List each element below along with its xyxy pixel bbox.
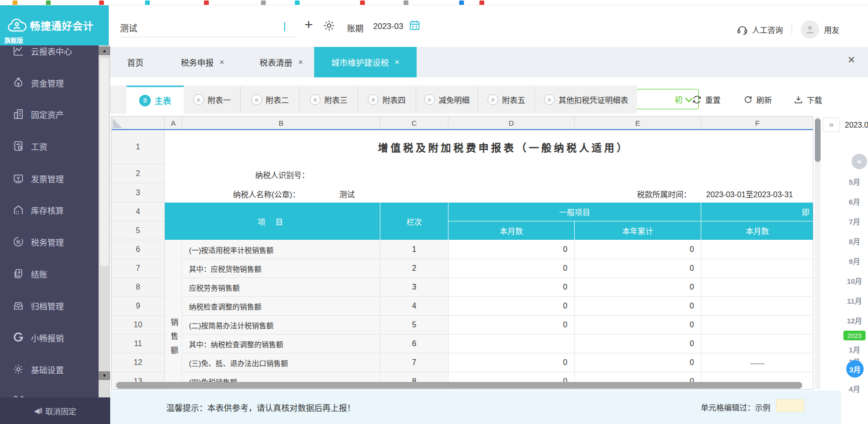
clipped-period-label[interactable]: 2023.03 <box>845 118 868 132</box>
tab-label[interactable]: 城市维护建设税 <box>332 56 389 68</box>
month-item-selected[interactable]: 3月 <box>846 360 864 378</box>
month-item[interactable]: 8月 <box>841 236 868 246</box>
year-value-cell[interactable]: 0 <box>575 316 701 335</box>
sidebar-item-label[interactable]: 税务管理 <box>31 236 64 248</box>
sidebar-item-invoices[interactable]: 发票管理 <box>0 167 99 190</box>
subtab-label[interactable]: 主表 <box>155 94 171 106</box>
subtab-appendix-2[interactable]: ≣ 附表二 <box>241 86 300 114</box>
refund-value-cell[interactable]: —— <box>701 353 813 372</box>
tab-tax-declaration[interactable]: 税务申报 × <box>167 47 238 77</box>
sidebar-item-closing[interactable]: 结账 <box>0 263 99 285</box>
collapse-circle-icon[interactable]: « <box>852 154 867 169</box>
sidebar-item-fixed-assets[interactable]: 固定资产 <box>0 103 99 125</box>
subtab-label[interactable]: 附表五 <box>502 94 525 105</box>
month-item[interactable]: 1月 <box>841 344 868 354</box>
refund-value-cell[interactable] <box>701 259 813 278</box>
sidebar-item-archive[interactable]: 归档管理 <box>0 294 99 317</box>
column-letter[interactable]: D <box>448 117 575 129</box>
subtab-label[interactable]: 附表四 <box>382 94 405 105</box>
sidebar-scrollbar-thumb[interactable] <box>100 58 109 266</box>
month-value-cell[interactable]: 0 <box>448 259 575 278</box>
month-value-cell[interactable] <box>448 335 575 353</box>
refresh-button[interactable]: 刷新 <box>743 92 772 107</box>
add-account-button[interactable]: + <box>304 16 313 33</box>
sidebar-item-label[interactable]: 发票管理 <box>31 173 64 185</box>
horizontal-scrollbar[interactable] <box>116 382 802 389</box>
clipped-green-button-label[interactable]: 初 <box>675 93 682 105</box>
sidebar-item-cloud-reports[interactable]: 云报表中心 <box>0 40 99 62</box>
sidebar-item-funds[interactable]: 资金管理 <box>0 72 99 94</box>
tab-label[interactable]: 税表清册 <box>260 56 292 68</box>
subtab-main-form[interactable]: ≣ 主表 <box>127 86 184 114</box>
tab-close-icon[interactable]: × <box>395 58 400 67</box>
sidebar-item-label[interactable]: 云报表中心 <box>31 45 72 57</box>
settings-gear-icon[interactable] <box>323 19 335 32</box>
download-label[interactable]: 下载 <box>807 94 822 105</box>
sidebar-item-label[interactable]: 资金管理 <box>31 77 64 89</box>
sidebar-item-settings[interactable]: 基础设置 <box>0 358 99 380</box>
subtab-label[interactable]: 附表一 <box>208 94 231 105</box>
vertical-scrollbar-thumb[interactable] <box>815 118 821 162</box>
scroll-down-arrow-icon[interactable]: ▼ <box>99 371 110 380</box>
tab-close-icon[interactable]: × <box>219 58 224 67</box>
column-letter[interactable]: A <box>165 117 182 129</box>
calendar-icon[interactable] <box>409 19 420 31</box>
year-value-cell[interactable]: 0 <box>575 297 701 316</box>
sidebar-item-tax[interactable]: 税 税务管理 <box>0 231 99 253</box>
download-button[interactable]: 下载 <box>794 92 822 107</box>
month-value-cell[interactable]: 0 <box>448 278 575 297</box>
month-item[interactable]: 4月 <box>841 383 868 394</box>
subtab-appendix-5[interactable]: ≣ 附表五 <box>478 86 535 114</box>
year-value-cell[interactable]: 0 <box>575 240 701 259</box>
sidebar-item-label[interactable]: 基础设置 <box>31 364 64 376</box>
refund-value-cell[interactable] <box>701 316 813 335</box>
refund-value-cell[interactable] <box>701 297 813 316</box>
reset-label[interactable]: 重置 <box>705 94 721 105</box>
select-all-corner[interactable] <box>112 117 165 129</box>
reset-button[interactable]: 重置 <box>692 92 721 107</box>
refund-value-cell[interactable] <box>701 335 813 353</box>
subtab-reduction-detail[interactable]: ≣ 减免明细 <box>416 86 478 114</box>
taxpayer-name-value[interactable]: 测试 <box>339 188 355 200</box>
year-value-cell[interactable]: 0 <box>575 335 701 353</box>
support-link[interactable]: 人工咨询 <box>752 24 783 35</box>
month-item[interactable]: 5月 <box>841 176 868 187</box>
sidebar-item-inventory[interactable]: 库存核算 <box>0 199 99 221</box>
refund-value-cell[interactable] <box>701 278 813 297</box>
sidebar-item-reimburse[interactable]: 小畅报销 <box>0 326 99 349</box>
account-chevron-down-icon[interactable] <box>284 22 285 31</box>
subtab-other-deduction-detail[interactable]: ≣ 其他扣税凭证明细表 <box>535 86 637 114</box>
sidebar-item-salary[interactable]: 工资 <box>0 135 99 157</box>
month-item[interactable]: 9月 <box>841 256 868 266</box>
sidebar-item-label[interactable]: 归档管理 <box>31 300 64 312</box>
month-item[interactable]: 11月 <box>841 295 868 306</box>
scroll-up-arrow-icon[interactable]: ▲ <box>99 46 110 55</box>
subtab-label[interactable]: 其他扣税凭证明细表 <box>559 94 628 105</box>
sidebar-item-label[interactable]: 工资 <box>31 140 47 152</box>
subtab-appendix-3[interactable]: ≣ 附表三 <box>300 86 358 114</box>
subtab-appendix-1[interactable]: ≣ 附表一 <box>184 86 241 114</box>
column-letter[interactable]: B <box>182 117 380 129</box>
subtab-appendix-4[interactable]: ≣ 附表四 <box>358 86 416 114</box>
period-value[interactable]: 2023-03 <box>373 22 403 31</box>
unpin-sidebar-button[interactable]: ◀‖ 取消固定 <box>0 397 110 424</box>
year-value-cell[interactable]: 0 <box>575 353 701 372</box>
tab-tax-form-list[interactable]: 税表清册 × <box>246 47 317 77</box>
month-item[interactable]: 7月 <box>841 216 868 226</box>
month-item[interactable]: 6月 <box>841 196 868 206</box>
subtab-label[interactable]: 附表三 <box>324 94 347 105</box>
tab-urban-maintenance-tax[interactable]: 城市维护建设税 × <box>314 47 417 77</box>
sidebar-item-label[interactable]: 小畅报销 <box>31 332 64 344</box>
month-item[interactable]: 12月 <box>841 315 868 325</box>
tab-label[interactable]: 税务申报 <box>181 56 214 68</box>
sidebar-item-label[interactable]: 库存核算 <box>31 204 64 216</box>
month-value-cell[interactable]: 0 <box>448 297 575 316</box>
refresh-label[interactable]: 刷新 <box>756 94 772 105</box>
month-value-cell[interactable]: 0 <box>448 316 575 335</box>
month-item[interactable]: 10月 <box>841 276 868 286</box>
user-avatar[interactable] <box>801 20 819 39</box>
subtab-label[interactable]: 减免明细 <box>439 94 470 105</box>
sidebar-item-label[interactable]: 固定资产 <box>31 108 64 120</box>
tab-label[interactable]: 首页 <box>127 56 144 68</box>
column-letter[interactable]: E <box>575 117 701 129</box>
